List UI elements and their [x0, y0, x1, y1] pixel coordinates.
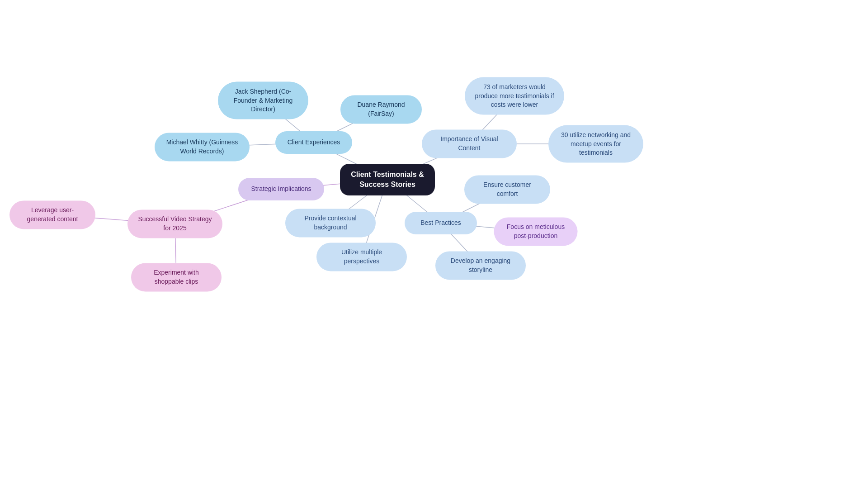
- 73-marketers-node[interactable]: 73 of marketers would produce more testi…: [465, 77, 564, 115]
- connections-svg: [0, 0, 868, 490]
- successful-video-strategy-node[interactable]: Successful Video Strategy for 2025: [127, 209, 222, 238]
- utilize-multiple-node[interactable]: Utilize multiple perspectives: [316, 243, 407, 271]
- duane-raymond-node[interactable]: Duane Raymond (FairSay): [340, 95, 422, 124]
- focus-meticulous-node[interactable]: Focus on meticulous post-production: [494, 217, 578, 246]
- mind-map: Client Testimonials & Success Stories Cl…: [0, 0, 868, 490]
- michael-whitty-node[interactable]: Michael Whitty (Guinness World Records): [155, 133, 250, 161]
- strategic-implications-node[interactable]: Strategic Implications: [238, 178, 324, 200]
- develop-engaging-node[interactable]: Develop an engaging storyline: [435, 251, 526, 280]
- jack-shepherd-node[interactable]: Jack Shepherd (Co-Founder & Marketing Di…: [218, 82, 308, 119]
- 30-networking-node[interactable]: 30 utilize networking and meetup events …: [548, 125, 643, 163]
- provide-contextual-node[interactable]: Provide contextual background: [285, 209, 376, 237]
- importance-visual-node[interactable]: Importance of Visual Content: [422, 129, 517, 158]
- ensure-customer-comfort-node[interactable]: Ensure customer comfort: [464, 175, 550, 204]
- client-experiences-node[interactable]: Client Experiences: [275, 131, 352, 154]
- best-practices-node[interactable]: Best Practices: [405, 212, 477, 234]
- leverage-user-generated-node[interactable]: Leverage user-generated content: [9, 200, 95, 229]
- center-node[interactable]: Client Testimonials & Success Stories: [340, 164, 435, 195]
- experiment-shoppable-node[interactable]: Experiment with shoppable clips: [131, 263, 222, 291]
